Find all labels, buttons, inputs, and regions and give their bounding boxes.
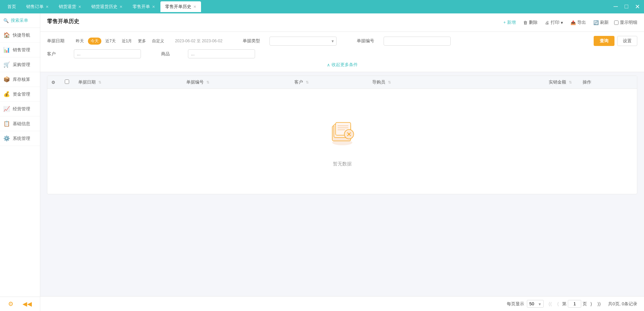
tabs-container: 首页销售订单✕销货退货✕销货退货历史✕零售开单✕零售开单历史✕ [3,1,201,12]
empty-icon [326,116,359,156]
refresh-button[interactable]: 🔄 刷新 [591,18,611,27]
settings-button[interactable]: 设置 [617,36,637,46]
collapse-sidebar-icon[interactable]: ◀◀ [22,300,32,308]
sidebar-icon-inventory: 📦 [3,76,10,83]
sidebar-search-label: 搜索采单 [11,17,28,23]
sidebar-label-quick-nav: 快捷导航 [13,32,30,38]
content-area: 零售开单历史 + 新增 🗑 删除 🖨 打印 ▾ 📤 导出 🔄 [40,13,644,311]
tab-label-sales-order: 销售订单 [26,4,44,10]
sidebar-icon-quick-nav: 🏠 [3,32,10,38]
tab-close-sales-order[interactable]: ✕ [46,5,49,9]
prev-page-button[interactable]: ⟨ [555,300,561,308]
collapse-chevron-icon: ∧ [327,62,330,67]
minimize-icon[interactable]: ─ [612,2,619,12]
tab-close-sales-return[interactable]: ✕ [78,5,81,9]
settings-gear-icon[interactable]: ⚙ [8,300,13,308]
page-input[interactable] [568,300,581,308]
sidebar-item-purchase-mgmt[interactable]: 🛒采购管理 [0,57,40,72]
page-header: 零售开单历史 + 新增 🗑 删除 🖨 打印 ▾ 📤 导出 🔄 [40,13,644,32]
next-page-button[interactable]: ⟩ [588,300,594,308]
per-page-select[interactable]: 50 100 200 [527,300,544,308]
filter-row-2: 客户 商品 [47,49,637,58]
sidebar-item-system-mgmt[interactable]: ⚙️系统管理 [0,131,40,146]
filter-area: 单据日期 昨天今天近7天近1月更多自定义 2023-06-02 至 2023-0… [40,32,644,72]
page-title: 零售开单历史 [47,18,79,30]
data-table: ⚙ 单据日期 ⇅ 单据编号 ⇅ 客户 ⇅ 导购员 ⇅ 实销金额 ⇅ 操作 [47,76,637,89]
maximize-icon[interactable]: □ [623,2,630,12]
product-input[interactable] [188,49,255,58]
th-amount: 实销金额 ⇅ [461,76,579,89]
sort-guide-icon[interactable]: ⇅ [388,80,391,84]
sidebar-item-quick-nav[interactable]: 🏠快捷导航 [0,28,40,43]
date-btn-custom[interactable]: 自定义 [150,38,166,45]
date-filter-buttons: 昨天今天近7天近1月更多自定义 [74,38,166,45]
table-wrapper: ⚙ 单据日期 ⇅ 单据编号 ⇅ 客户 ⇅ 导购员 ⇅ 实销金额 ⇅ 操作 [40,72,644,296]
close-icon[interactable]: ✕ [634,2,641,12]
date-btn-last1m[interactable]: 近1月 [120,38,134,45]
sidebar-label-system-mgmt: 系统管理 [13,136,30,142]
sidebar-item-finance-mgmt[interactable]: 💰资金管理 [0,87,40,102]
date-btn-today[interactable]: 今天 [88,38,101,45]
tab-label-sales-return: 销货退货 [59,4,76,10]
pagination-nav: ⟨⟨ ⟨ 第 页 ⟩ ⟩⟩ [546,300,603,308]
sort-docno-icon[interactable]: ⇅ [206,80,209,84]
export-button[interactable]: 📤 导出 [568,18,588,27]
print-icon: 🖨 [545,20,549,25]
delete-icon: 🗑 [523,20,528,25]
empty-illustration [326,116,359,149]
search-icon: 🔍 [3,18,9,23]
th-settings[interactable]: ⚙ [47,76,61,89]
select-all-checkbox[interactable] [65,80,69,84]
tab-bar: 首页销售订单✕销货退货✕销货退货历史✕零售开单✕零售开单历史✕ ─ □ ✕ [0,0,644,13]
date-btn-more[interactable]: 更多 [136,38,148,45]
collapse-button[interactable]: ∧ 收起更多条件 [327,62,358,68]
sort-amount-icon[interactable]: ⇅ [569,80,572,84]
sidebar-bottom: ⚙ ◀◀ [0,297,40,311]
customer-input[interactable] [74,49,141,58]
tab-close-retail-open-history[interactable]: ✕ [193,5,196,9]
table-footer: 每页显示 50 100 200 ⟨⟨ ⟨ 第 页 ⟩ ⟩⟩ 共0页, 0条记录 [40,296,644,311]
sidebar-icon-system-mgmt: ⚙️ [3,135,10,142]
sidebar-item-basic-info[interactable]: 📋基础信息 [0,116,40,131]
query-button[interactable]: 查询 [594,36,614,46]
last-page-button[interactable]: ⟩⟩ [595,300,603,308]
delete-button[interactable]: 🗑 删除 [521,18,540,27]
th-customer: 客户 ⇅ [290,76,368,89]
date-range-display: 2023-06-02 至 2023-06-02 [175,38,222,44]
tab-sales-order[interactable]: 销售订单✕ [21,1,53,12]
th-action: 操作 [579,76,637,89]
tab-close-retail-open[interactable]: ✕ [152,5,155,9]
sidebar: 🔍 搜索采单 🏠快捷导航📊销售管理🛒采购管理📦库存核算💰资金管理📈经营管理📋基础… [0,13,40,311]
tab-retail-open-history[interactable]: 零售开单历史✕ [160,1,201,12]
main-layout: 🔍 搜索采单 🏠快捷导航📊销售管理🛒采购管理📦库存核算💰资金管理📈经营管理📋基础… [0,13,644,311]
display-detail-checkbox[interactable]: 显示明细 [614,19,637,25]
print-button[interactable]: 🖨 打印 ▾ [543,18,565,27]
sidebar-item-inventory[interactable]: 📦库存核算 [0,72,40,87]
sidebar-label-basic-info: 基础信息 [13,121,30,127]
window-controls: ─ □ ✕ [612,2,641,12]
tab-close-sales-return-history[interactable]: ✕ [119,5,122,9]
display-detail-input[interactable] [614,20,618,25]
tab-label-sales-return-history: 销货退货历史 [91,4,117,10]
sort-customer-icon[interactable]: ⇅ [306,80,309,84]
tab-sales-return[interactable]: 销货退货✕ [54,1,86,12]
first-page-button[interactable]: ⟨⟨ [546,300,554,308]
doc-no-input[interactable] [384,37,451,46]
sidebar-item-sales-mgmt[interactable]: 📊销售管理 [0,43,40,57]
tab-home[interactable]: 首页 [3,1,21,12]
sidebar-search[interactable]: 🔍 搜索采单 [0,13,40,28]
tab-sales-return-history[interactable]: 销货退货历史✕ [87,1,127,12]
sidebar-icon-finance-mgmt: 💰 [3,91,10,97]
doc-type-select[interactable] [269,37,337,46]
add-button[interactable]: + 新增 [501,18,518,27]
tab-label-home: 首页 [7,4,16,10]
tab-retail-open[interactable]: 零售开单✕ [128,1,160,12]
sidebar-label-finance-mgmt: 资金管理 [13,91,30,97]
table-head: ⚙ 单据日期 ⇅ 单据编号 ⇅ 客户 ⇅ 导购员 ⇅ 实销金额 ⇅ 操作 [47,76,637,89]
date-btn-last7[interactable]: 近7天 [103,38,118,45]
date-btn-yesterday[interactable]: 昨天 [74,38,86,45]
sidebar-item-operations-mgmt[interactable]: 📈经营管理 [0,102,40,116]
sidebar-icon-operations-mgmt: 📈 [3,106,10,112]
sort-date-icon[interactable]: ⇅ [98,80,101,84]
customer-label: 客户 [47,51,67,57]
